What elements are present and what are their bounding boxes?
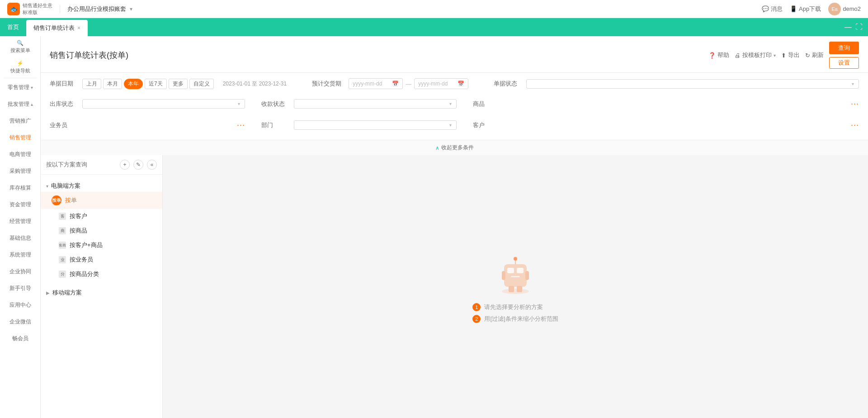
tab-maximize-icon[interactable]: ⛶ (855, 23, 863, 31)
scheme-item-by-order[interactable]: 按单 按单 (41, 192, 162, 209)
sidebar-item-wholesale[interactable]: 批发管理 ▴ (0, 96, 40, 113)
expected-date-start-input[interactable]: yyyy-mm-dd 📅 (349, 78, 403, 89)
sidebar-item-member[interactable]: 畅会员 (0, 330, 40, 347)
sidebar-wholesale-arrow: ▴ (31, 102, 33, 107)
top-bar: 🐟 销售通好生意 标准版 办公用品行业模拟账套 ▾ 💬 消息 📱 App下载 E… (0, 0, 868, 18)
message-button[interactable]: 💬 消息 (762, 5, 783, 13)
sidebar-item-wechat[interactable]: 企业微信 (0, 314, 40, 330)
calendar-start-icon: 📅 (392, 81, 399, 87)
sidebar-divider (4, 78, 37, 78)
refresh-button[interactable]: ↻ 刷新 (805, 51, 824, 59)
department-arrow: ▾ (449, 123, 452, 128)
sidebar-item-marketing[interactable]: 营销推广 (0, 113, 40, 129)
tab-bar: 首页 销售订单统计表 × — ⛶ (0, 18, 868, 36)
svg-point-10 (514, 257, 517, 261)
scheme-icon-by-customer-goods: 客商 (59, 242, 66, 249)
left-panel: 按以下方案查询 + ✎ « ▾ 电脑端方案 (41, 155, 163, 418)
scheme-group-pc[interactable]: ▾ 电脑端方案 (41, 178, 162, 192)
customer-select[interactable]: ··· (505, 119, 859, 132)
sidebar-item-basic-info[interactable]: 基础信息 (0, 230, 40, 247)
date-buttons: 上月 本月 本年 近7天 更多 自定义 (82, 79, 214, 89)
salesperson-dots-icon[interactable]: ··· (237, 120, 245, 130)
sidebar-item-operations[interactable]: 经营管理 (0, 213, 40, 230)
filter-row-3: 业务员 ··· 部门 ▾ 客户 ··· (41, 117, 868, 135)
sidebar-retail-label: 零售管理 (8, 84, 29, 91)
date-custom-button[interactable]: 自定义 (189, 79, 214, 89)
quick-nav-icon: ⚡ (17, 60, 24, 66)
print-button[interactable]: 🖨 按模板打印 ▾ (735, 51, 776, 59)
scheme-group-mobile[interactable]: ▶ 移动端方案 (41, 285, 162, 299)
date-more-button[interactable]: 更多 (169, 79, 188, 89)
hint-2-text: 用[过滤]条件来缩小分析范围 (484, 315, 558, 323)
print-arrow-icon: ▾ (774, 53, 776, 58)
expected-date-end-input[interactable]: yyyy-mm-dd 📅 (414, 78, 468, 89)
left-panel-header: 按以下方案查询 + ✎ « (41, 155, 162, 175)
search-menu-button[interactable]: 🔍 搜索菜单 (0, 36, 40, 57)
date-this-year-button[interactable]: 本年 (124, 79, 143, 89)
delivery-status-arrow: ▾ (238, 101, 240, 106)
payment-status-select[interactable]: ▾ (294, 99, 457, 109)
sidebar-item-ecommerce[interactable]: 电商管理 (0, 146, 40, 163)
app-download-button[interactable]: 📱 App下载 (790, 5, 821, 13)
setting-button[interactable]: 设置 (829, 57, 859, 69)
sidebar-item-system[interactable]: 系统管理 (0, 247, 40, 263)
empty-hints: 1 请先选择要分析的方案 2 用[过滤]条件来缩小分析范围 (472, 303, 558, 323)
customer-dots-icon[interactable]: ··· (851, 120, 859, 130)
date-prev-month-button[interactable]: 上月 (82, 79, 101, 89)
goods-dots-icon[interactable]: ··· (851, 99, 859, 109)
message-icon: 💬 (762, 5, 769, 12)
sidebar-item-retail[interactable]: 零售管理 ▾ (0, 79, 40, 96)
top-bar-right: 💬 消息 📱 App下载 Ea demo2 (762, 3, 861, 15)
tab-sales-stats[interactable]: 销售订单统计表 × (26, 20, 88, 36)
quick-nav-button[interactable]: ⚡ 快捷导航 (0, 57, 40, 77)
svg-rect-3 (517, 268, 524, 273)
salesperson-select[interactable]: ··· (82, 119, 245, 132)
calendar-end-icon: 📅 (458, 81, 464, 87)
collapse-bar[interactable]: ∧ 收起更多条件 (41, 140, 868, 155)
tab-minimize-icon[interactable]: — (844, 23, 852, 31)
scheme-item-by-category[interactable]: 分 按商品分类 (41, 267, 162, 281)
collapse-label: 收起更多条件 (441, 144, 474, 152)
sidebar-item-enterprise[interactable]: 企业协同 (0, 263, 40, 280)
help-button[interactable]: ❓ 帮助 (708, 51, 729, 59)
scheme-item-by-customer[interactable]: 客 按客户 (41, 209, 162, 223)
sidebar-item-purchase[interactable]: 采购管理 (0, 163, 40, 180)
goods-select[interactable]: ··· (505, 97, 859, 110)
sidebar-item-newbie[interactable]: 新手引导 (0, 280, 40, 297)
sidebar-item-inventory[interactable]: 库存核算 (0, 180, 40, 196)
left-panel-wrap: 按以下方案查询 + ✎ « ▾ 电脑端方案 (41, 155, 868, 418)
query-button[interactable]: 查询 (829, 42, 859, 54)
scheme-icon-by-category: 分 (59, 271, 66, 278)
user-area[interactable]: Ea demo2 (828, 3, 861, 15)
filter-and-content: 单据日期 上月 本月 本年 近7天 更多 自定义 2023-01-01 至 20… (41, 73, 868, 418)
date-7days-button[interactable]: 近7天 (145, 79, 167, 89)
left-panel-tools: + ✎ « (120, 160, 157, 170)
status-select[interactable]: ▾ (526, 79, 859, 89)
sidebar-item-finance[interactable]: 资金管理 (0, 196, 40, 213)
date-this-month-button[interactable]: 本月 (103, 79, 122, 89)
sidebar-item-sales[interactable]: 销售管理 (0, 129, 40, 146)
edit-scheme-button[interactable]: ✎ (133, 160, 143, 170)
scheme-item-by-customer-goods[interactable]: 客商 按客户+商品 (41, 238, 162, 252)
scheme-icon-by-salesperson: 业 (59, 256, 66, 263)
tab-close-icon[interactable]: × (77, 25, 80, 31)
scheme-icon-by-goods: 商 (59, 227, 66, 234)
topbar-arrow-icon[interactable]: ▾ (130, 6, 132, 12)
delivery-status-select[interactable]: ▾ (82, 99, 245, 109)
export-button[interactable]: ⬆ 导出 (781, 51, 800, 59)
svg-point-0 (502, 289, 529, 294)
add-scheme-button[interactable]: + (120, 160, 130, 170)
main-layout: 🔍 搜索菜单 ⚡ 快捷导航 零售管理 ▾ 批发管理 ▴ 营销推广 销售管理 电商… (0, 36, 868, 418)
status-label: 单据状态 (494, 80, 519, 88)
top-bar-left: 🐟 销售通好生意 标准版 办公用品行业模拟账套 ▾ (7, 2, 132, 15)
tab-home[interactable]: 首页 (0, 18, 26, 36)
scheme-item-by-goods[interactable]: 商 按商品 (41, 223, 162, 238)
department-select[interactable]: ▾ (294, 120, 457, 130)
scheme-item-by-salesperson[interactable]: 业 按业务员 (41, 252, 162, 267)
expected-date-group: yyyy-mm-dd 📅 — yyyy-mm-dd 📅 (349, 78, 468, 89)
svg-rect-5 (502, 271, 505, 280)
sidebar: 🔍 搜索菜单 ⚡ 快捷导航 零售管理 ▾ 批发管理 ▴ 营销推广 销售管理 电商… (0, 36, 41, 418)
empty-hint-1: 1 请先选择要分析的方案 (472, 303, 558, 311)
sidebar-item-appstore[interactable]: 应用中心 (0, 297, 40, 314)
collapse-panel-button[interactable]: « (147, 160, 157, 170)
